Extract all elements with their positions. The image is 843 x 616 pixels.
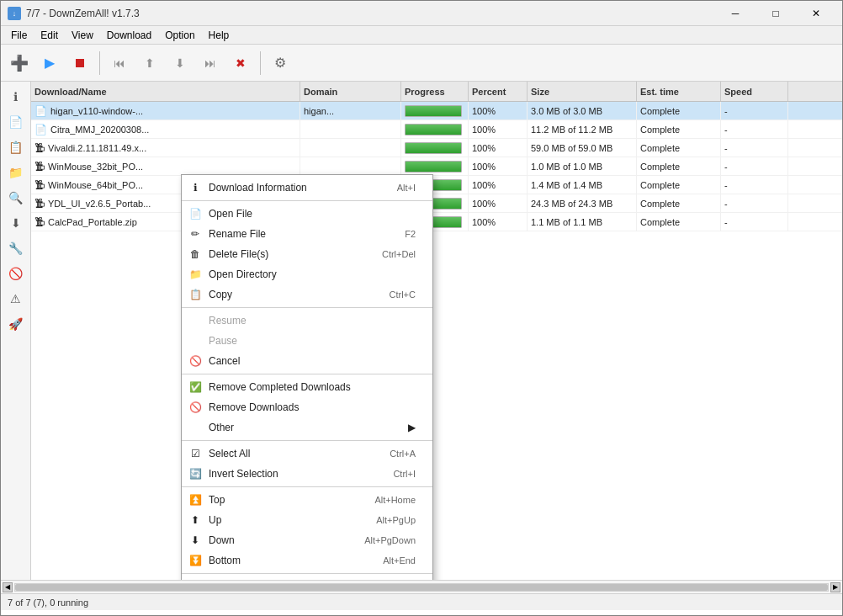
cell-percent: 100%	[469, 213, 528, 231]
table-row[interactable]: 🗜 CalcPad_Portable.zip 100% 1.1 MB of 1.…	[31, 213, 842, 231]
table-row[interactable]: 📄 higan_v110-window-... higan... 100% 3.…	[31, 102, 842, 120]
sidebar-btn-1[interactable]: ℹ	[4, 85, 28, 109]
sidebar-btn-4[interactable]: 📁	[4, 161, 28, 184]
delete-icon: 🗑	[188, 247, 202, 261]
ctx-label: Pause	[209, 335, 409, 347]
ctx-open-file[interactable]: 📄 Open File	[182, 204, 432, 224]
menu-file[interactable]: File	[4, 28, 34, 43]
ctx-shortcut: Alt+PgDown	[364, 535, 416, 545]
progress-fill	[406, 143, 461, 153]
ctx-label: Open File	[209, 208, 409, 220]
menu-help[interactable]: Help	[202, 28, 236, 43]
scroll-right-btn[interactable]: ▶	[830, 582, 840, 592]
file-icon: 🗜	[34, 198, 45, 210]
scroll-left-btn[interactable]: ◀	[3, 582, 13, 592]
sidebar-btn-8[interactable]: 🚫	[4, 262, 28, 285]
skip-back-button[interactable]: ⏮	[106, 50, 133, 77]
sidebar-btn-7[interactable]: 🔧	[4, 236, 28, 260]
cell-speed: -	[721, 176, 788, 194]
ctx-speed-limit[interactable]: 🚀 Speed Limit...	[182, 576, 432, 580]
cell-name: 📄 Citra_MMJ_20200308...	[31, 120, 300, 138]
prev-button[interactable]: ⬆	[136, 50, 163, 77]
ctx-remove-completed[interactable]: ✅ Remove Completed Downloads	[182, 377, 432, 397]
cell-speed: -	[721, 213, 788, 231]
ctx-label: Resume	[209, 315, 409, 327]
sidebar-btn-6[interactable]: ⬇	[4, 211, 28, 235]
sidebar-btn-10[interactable]: 🚀	[4, 312, 28, 336]
title-bar-left: ↓ 7/7 - DownZemAll! v1.7.3	[8, 7, 140, 20]
add-button[interactable]: ➕	[6, 50, 33, 77]
ctx-pause[interactable]: Pause	[182, 331, 432, 351]
h-scrollbar-thumb[interactable]	[15, 584, 828, 591]
copy-icon: 📋	[188, 288, 202, 301]
table-row[interactable]: 🗜 WinMouse_64bit_PO... 100% 1.4 MB of 1.…	[31, 176, 842, 194]
cell-percent: 100%	[469, 176, 528, 194]
ctx-down[interactable]: ⬇ Down Alt+PgDown	[182, 530, 432, 550]
ctx-cancel[interactable]: 🚫 Cancel	[182, 351, 432, 371]
ctx-other[interactable]: Other ▶	[182, 417, 432, 438]
ctx-open-directory[interactable]: 📁 Open Directory	[182, 264, 432, 284]
col-header-esttime[interactable]: Est. time	[637, 82, 721, 101]
ctx-shortcut: F2	[405, 229, 416, 239]
down-icon: ⬇	[188, 534, 202, 547]
ctx-bottom[interactable]: ⏬ Bottom Alt+End	[182, 550, 432, 571]
table-row[interactable]: 🗜 Vivaldi.2.11.1811.49.x... 100% 59.0 MB…	[31, 139, 842, 157]
minimize-button[interactable]: ─	[716, 1, 755, 26]
ctx-invert-selection[interactable]: 🔄 Invert Selection Ctrl+I	[182, 464, 432, 484]
ctx-copy[interactable]: 📋 Copy Ctrl+C	[182, 284, 432, 305]
progress-fill	[406, 125, 461, 135]
ctx-delete-files[interactable]: 🗑 Delete File(s) Ctrl+Del	[182, 244, 432, 264]
menu-edit[interactable]: Edit	[34, 28, 65, 43]
cell-esttime: Complete	[637, 139, 721, 157]
info-icon: ℹ	[188, 181, 202, 194]
sidebar-btn-5[interactable]: 🔍	[4, 186, 28, 210]
table-row[interactable]: 🗜 YDL_UI_v2.6.5_Portab... 100% 24.3 MB o…	[31, 194, 842, 213]
menu-view[interactable]: View	[65, 28, 100, 43]
progress-bar	[405, 124, 462, 135]
ctx-download-info[interactable]: ℹ Download Information Alt+I	[182, 178, 432, 198]
up-icon: ⬆	[188, 513, 202, 527]
ctx-select-all[interactable]: ☑ Select All Ctrl+A	[182, 443, 432, 464]
col-header-domain[interactable]: Domain	[300, 82, 401, 101]
progress-bar	[405, 142, 462, 154]
pause-icon	[188, 334, 202, 348]
menu-download[interactable]: Download	[100, 28, 158, 43]
col-header-speed[interactable]: Speed	[721, 82, 788, 101]
next-button[interactable]: ⬇	[167, 50, 194, 77]
skip-forward-button[interactable]: ⏭	[197, 50, 224, 77]
maximize-button[interactable]: □	[756, 1, 795, 26]
content-area: Download/Name Domain Progress Percent Si…	[31, 82, 842, 580]
ctx-sep	[182, 200, 432, 201]
remove-icon: 🚫	[188, 401, 202, 414]
table-body: 📄 higan_v110-window-... higan... 100% 3.…	[31, 102, 842, 580]
col-header-size[interactable]: Size	[528, 82, 637, 101]
col-header-progress[interactable]: Progress	[401, 82, 469, 101]
ctx-up[interactable]: ⬆ Up Alt+PgUp	[182, 510, 432, 530]
col-header-percent[interactable]: Percent	[469, 82, 528, 101]
file-icon: 📄	[34, 105, 47, 117]
ctx-label: Invert Selection	[209, 468, 386, 480]
cell-speed: -	[721, 102, 788, 119]
sidebar-btn-3[interactable]: 📋	[4, 135, 28, 159]
settings-button[interactable]: ⚙	[267, 50, 294, 77]
top-icon: ⏫	[188, 493, 202, 507]
stop-button[interactable]: ⏹	[66, 50, 93, 77]
menu-option[interactable]: Option	[158, 28, 201, 43]
ctx-resume[interactable]: Resume	[182, 311, 432, 331]
table-row[interactable]: 🗜 WinMouse_32bit_PO... 100% 1.0 MB of 1.…	[31, 157, 842, 176]
cancel-button[interactable]: ✖	[227, 50, 254, 77]
cell-esttime: Complete	[637, 157, 721, 175]
ctx-rename-file[interactable]: ✏ Rename File F2	[182, 224, 432, 244]
h-scrollbar-track[interactable]	[14, 583, 829, 592]
sidebar-btn-2[interactable]: 📄	[4, 110, 28, 134]
ctx-top[interactable]: ⏫ Top Alt+Home	[182, 490, 432, 510]
close-button[interactable]: ✕	[797, 1, 835, 26]
cell-percent: 100%	[469, 120, 528, 138]
cell-progress	[401, 139, 469, 157]
ctx-remove-downloads[interactable]: 🚫 Remove Downloads	[182, 397, 432, 417]
sidebar-btn-9[interactable]: ⚠	[4, 287, 28, 311]
col-header-name[interactable]: Download/Name	[31, 82, 300, 101]
ctx-label: Delete File(s)	[209, 248, 375, 260]
start-button[interactable]: ▶	[36, 50, 63, 77]
table-row[interactable]: 📄 Citra_MMJ_20200308... 100% 11.2 MB of …	[31, 120, 842, 139]
